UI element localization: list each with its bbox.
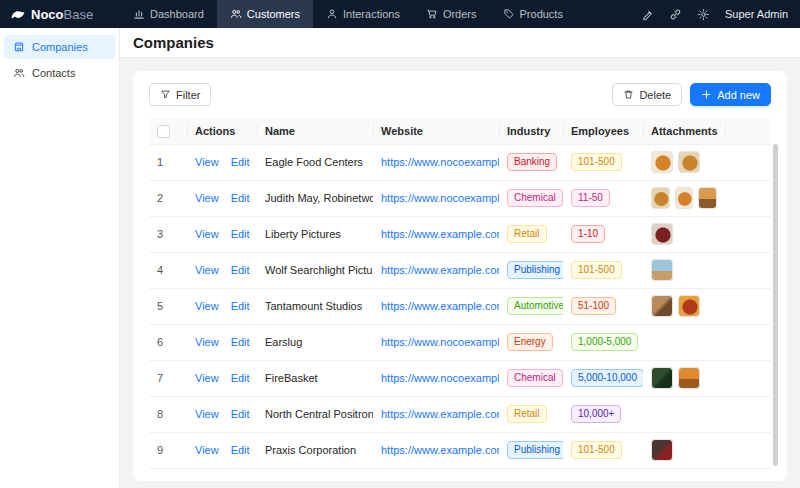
page-titlebar: Companies: [120, 28, 800, 58]
view-link[interactable]: View: [195, 336, 219, 348]
row-index-cell: 3: [149, 216, 187, 252]
main-area: Companies Filter Delete: [120, 28, 800, 488]
table-scrollbar[interactable]: [773, 144, 778, 466]
employees-cell: 11-50: [563, 180, 643, 216]
view-link[interactable]: View: [195, 264, 219, 276]
attachment-thumbnail[interactable]: [651, 367, 673, 389]
nav-item-products[interactable]: Products: [490, 0, 576, 28]
industry-tag: Banking: [507, 153, 557, 171]
plus-icon: [701, 89, 712, 100]
attachment-thumbnail[interactable]: [675, 187, 694, 209]
view-link[interactable]: View: [195, 372, 219, 384]
attachment-thumbnail[interactable]: [651, 439, 673, 461]
employees-tag: 101-500: [571, 261, 622, 279]
nocobase-logo[interactable]: NocoBase: [0, 7, 120, 22]
nav-item-orders[interactable]: Orders: [413, 0, 490, 28]
edit-link[interactable]: Edit: [231, 300, 250, 312]
user-menu[interactable]: Super Admin: [725, 8, 788, 20]
sidebar: CompaniesContacts: [0, 28, 120, 488]
industry-cell: Banking: [499, 144, 563, 180]
sidebar-item-companies[interactable]: Companies: [4, 35, 115, 59]
extra-cell: [725, 432, 771, 468]
edit-link[interactable]: Edit: [231, 444, 250, 456]
nav-item-dashboard[interactable]: Dashboard: [120, 0, 217, 28]
industry-cell: Publishing: [499, 252, 563, 288]
filter-button-label: Filter: [176, 89, 200, 101]
page-title: Companies: [133, 34, 214, 51]
website-link[interactable]: https://www.nocoexample.com: [381, 156, 499, 168]
nav-item-interactions[interactable]: Interactions: [313, 0, 413, 28]
employees-cell: 10,000+: [563, 396, 643, 432]
sidebar-item-contacts[interactable]: Contacts: [4, 61, 115, 85]
attachments-cell: [643, 288, 725, 324]
edit-link[interactable]: Edit: [231, 336, 250, 348]
website-link[interactable]: https://www.nocoexample.com: [381, 372, 499, 384]
highlighter-icon[interactable]: [641, 8, 654, 21]
row-index: 1: [157, 156, 163, 168]
attachment-thumbnail[interactable]: [678, 295, 700, 317]
attachment-thumbnail[interactable]: [651, 223, 673, 245]
header-extra: [725, 118, 771, 144]
actions-cell: ViewEdit: [187, 360, 257, 396]
attachment-thumbnail[interactable]: [678, 151, 700, 173]
sidebar-item-label: Companies: [32, 41, 88, 53]
row-index: 2: [157, 192, 163, 204]
select-all-checkbox[interactable]: [157, 125, 170, 138]
attachments-cell: [643, 216, 725, 252]
employees-tag: 101-500: [571, 153, 622, 171]
add-new-button[interactable]: Add new: [690, 83, 771, 106]
view-link[interactable]: View: [195, 444, 219, 456]
extra-cell: [725, 216, 771, 252]
view-link[interactable]: View: [195, 192, 219, 204]
employees-cell: 5,000-10,000: [563, 360, 643, 396]
view-link[interactable]: View: [195, 408, 219, 420]
website-link[interactable]: https://www.nocoexample.com: [381, 192, 499, 204]
website-link[interactable]: https://www.example.com: [381, 264, 499, 276]
view-link[interactable]: View: [195, 228, 219, 240]
website-link[interactable]: https://www.nocoexample.com: [381, 336, 499, 348]
employees-cell: 101-500: [563, 252, 643, 288]
industry-cell: Retail: [499, 216, 563, 252]
delete-button[interactable]: Delete: [612, 83, 682, 106]
employees-cell: 51-100: [563, 288, 643, 324]
website-link[interactable]: https://www.example.com: [381, 228, 499, 240]
edit-link[interactable]: Edit: [231, 192, 250, 204]
employees-tag: 1,000-5,000: [571, 333, 638, 351]
attachment-thumbnail[interactable]: [651, 295, 673, 317]
website-link[interactable]: https://www.example.com: [381, 444, 499, 456]
edit-link[interactable]: Edit: [231, 228, 250, 240]
gear-icon[interactable]: [697, 8, 710, 21]
edit-link[interactable]: Edit: [231, 372, 250, 384]
row-index: 8: [157, 408, 163, 420]
view-link[interactable]: View: [195, 156, 219, 168]
website-cell: https://www.example.com: [373, 396, 499, 432]
attachment-thumbnail[interactable]: [651, 259, 673, 281]
attachment-thumbnail[interactable]: [698, 187, 717, 209]
attachments-cell: [643, 432, 725, 468]
edit-link[interactable]: Edit: [231, 408, 250, 420]
attachment-thumbnail[interactable]: [651, 151, 673, 173]
edit-link[interactable]: Edit: [231, 264, 250, 276]
company-name: Wolf Searchlight Pictures: [257, 252, 373, 288]
website-link[interactable]: https://www.example.com: [381, 408, 499, 420]
employees-tag: 11-50: [571, 189, 610, 207]
nav-item-label: Interactions: [343, 8, 400, 20]
select-all-cell: [149, 118, 187, 144]
edit-link[interactable]: Edit: [231, 156, 250, 168]
filter-button[interactable]: Filter: [149, 83, 211, 106]
attachments: [651, 187, 717, 209]
attachment-thumbnail[interactable]: [651, 187, 670, 209]
website-link[interactable]: https://www.example.com: [381, 300, 499, 312]
view-link[interactable]: View: [195, 300, 219, 312]
top-navbar: NocoBase DashboardCustomersInteractionsO…: [0, 0, 800, 28]
website-cell: https://www.example.com: [373, 252, 499, 288]
extra-cell: [725, 396, 771, 432]
industry-tag: Chemical: [507, 369, 563, 387]
nav-item-customers[interactable]: Customers: [217, 0, 313, 28]
row-index-cell: 5: [149, 288, 187, 324]
attachment-thumbnail[interactable]: [678, 367, 700, 389]
toolbar-right: Delete Add new: [612, 83, 771, 106]
row-index: 3: [157, 228, 163, 240]
link-icon[interactable]: [669, 8, 682, 21]
extra-cell: [725, 360, 771, 396]
